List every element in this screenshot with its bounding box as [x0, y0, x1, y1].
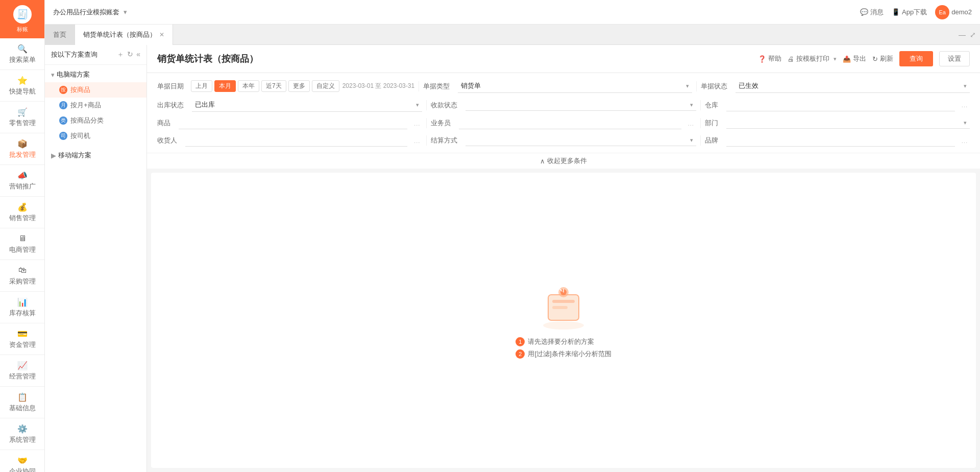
tip-text-2: 用[过滤]条件来缩小分析范围 — [528, 349, 611, 359]
scheme-item-by-goods[interactable]: 按 按商品 — [45, 82, 146, 98]
tab-home[interactable]: 首页 — [45, 25, 75, 45]
goods-input[interactable] — [179, 117, 407, 129]
purchase-nav-icon: 🛍 — [17, 265, 28, 275]
empty-tip-2: 2 用[过滤]条件来缩小分析范围 — [516, 349, 611, 359]
payment-status-dropdown-icon: ▾ — [690, 102, 693, 108]
salesman-input[interactable] — [459, 117, 681, 129]
date-range-display: 2023-03-01 至 2023-03-31 — [342, 82, 414, 90]
ecom-nav-icon: 🖥 — [17, 233, 28, 244]
goods-dots[interactable]: … — [411, 120, 422, 127]
sidebar-item-wholesale[interactable]: 📦 批发管理 — [0, 133, 44, 165]
tab-close-icon[interactable]: ✕ — [159, 31, 164, 38]
mobile-group-arrow: ▶ — [51, 152, 56, 159]
filter-field-salesman: 业务员 … — [431, 117, 696, 129]
scheme-item-by-driver[interactable]: 司 按司机 — [45, 128, 146, 144]
app-download-btn[interactable]: 📱 App下载 — [892, 8, 927, 17]
workspace-dropdown-icon[interactable]: ▾ — [124, 8, 127, 16]
sidebar-item-corp[interactable]: 🤝 企业协同 — [0, 450, 44, 472]
sidebar-item-system[interactable]: ⚙️ 系统管理 — [0, 418, 44, 450]
user-btn[interactable]: Ea demo2 — [935, 5, 972, 19]
date-btn-7days[interactable]: 近7天 — [261, 80, 286, 92]
export-btn[interactable]: 📤 导出 — [843, 54, 866, 63]
tab-sales-stat[interactable]: 销货单统计表（按商品） ✕ — [75, 25, 173, 45]
template-print-label: 按模板打印 — [796, 54, 829, 63]
doc-status-value: 已生效 — [739, 81, 758, 90]
sidebar-item-inventory-label: 库存核算 — [9, 309, 36, 318]
sidebar-item-ecom[interactable]: 🖥 电商管理 — [0, 228, 44, 260]
scheme-icon-category: 类 — [59, 116, 67, 125]
date-btn-custom[interactable]: 自定义 — [312, 80, 339, 92]
collapse-row[interactable]: ∧ 收起更多条件 — [147, 153, 980, 169]
sidebar-item-retail[interactable]: 🛒 零售管理 — [0, 102, 44, 133]
sidebar-item-operation[interactable]: 📈 经营管理 — [0, 355, 44, 387]
template-print-btn[interactable]: 🖨 按模板打印 ▾ — [788, 54, 837, 63]
department-select[interactable]: ▾ — [726, 117, 970, 129]
date-btn-this-month[interactable]: 本月 — [214, 80, 236, 92]
receiver-dots[interactable]: … — [411, 137, 422, 145]
scheme-item-by-month-goods[interactable]: 月 按月+商品 — [45, 98, 146, 113]
message-btn[interactable]: 💬 消息 — [860, 8, 884, 17]
message-icon: 💬 — [860, 8, 868, 16]
sidebar-item-marketing-label: 营销推广 — [9, 182, 36, 191]
doc-type-value: 销货单 — [461, 81, 481, 90]
scheme-collapse-btn[interactable]: « — [136, 50, 140, 59]
sidebar-item-basic[interactable]: 📋 基础信息 — [0, 387, 44, 418]
warehouse-input[interactable] — [726, 99, 955, 111]
doc-status-select[interactable]: 已生效 ▾ — [736, 79, 970, 93]
refresh-btn[interactable]: ↻ 刷新 — [872, 54, 893, 63]
ship-status-select[interactable]: 已出库 ▾ — [192, 98, 422, 112]
sidebar-item-search[interactable]: 🔍 搜索菜单 — [0, 38, 44, 70]
sidebar-item-quick[interactable]: ⭐ 快捷导航 — [0, 70, 44, 102]
app-download-icon: 📱 — [892, 8, 900, 16]
warehouse-label: 仓库 — [705, 101, 718, 110]
operation-nav-icon: 📈 — [17, 360, 28, 370]
date-btn-last-month[interactable]: 上月 — [191, 80, 212, 92]
empty-illustration — [533, 282, 594, 333]
date-label: 单据日期 — [157, 82, 184, 91]
brand-dots[interactable]: … — [959, 137, 970, 145]
doc-type-select[interactable]: 销货单 ▾ — [458, 79, 692, 93]
date-btn-this-year[interactable]: 本年 — [238, 80, 259, 92]
sidebar-item-purchase[interactable]: 🛍 采购管理 — [0, 260, 44, 292]
receiver-input[interactable] — [185, 134, 407, 147]
sidebar-item-inventory[interactable]: 📊 库存核算 — [0, 292, 44, 323]
logo-area[interactable]: 🧾 标账 — [0, 0, 44, 38]
window-buttons: — ⤢ — [959, 31, 980, 39]
page-title: 销货单统计表（按商品） — [157, 53, 258, 65]
svg-point-0 — [543, 321, 584, 329]
scheme-icon-goods: 按 — [59, 86, 67, 94]
brand-input[interactable] — [726, 134, 955, 147]
top-header: 办公用品行业模拟账套 ▾ 💬 消息 📱 App下载 Ea demo2 — [45, 0, 980, 25]
scheme-refresh-btn[interactable]: ↻ — [127, 50, 133, 59]
header-left: 办公用品行业模拟账套 ▾ — [53, 8, 127, 17]
scheme-group-mobile-title[interactable]: ▶ 移动端方案 — [45, 148, 146, 163]
query-button[interactable]: 查询 — [899, 51, 933, 66]
scheme-add-btn[interactable]: ＋ — [117, 50, 124, 59]
filter-row-3: 商品 … 业务员 … 部门 ▾ — [157, 117, 970, 129]
date-btn-more[interactable]: 更多 — [288, 80, 310, 92]
scheme-item-by-category[interactable]: 类 按商品分类 — [45, 113, 146, 128]
divider-6 — [700, 118, 701, 128]
collapse-label: 收起更多条件 — [547, 156, 587, 166]
sidebar-item-sales[interactable]: 💰 销售管理 — [0, 197, 44, 228]
settings-button[interactable]: 设置 — [939, 51, 970, 66]
window-maximize-icon[interactable]: ⤢ — [970, 31, 976, 39]
window-minimize-icon[interactable]: — — [959, 31, 966, 39]
warehouse-dots[interactable]: … — [959, 101, 970, 109]
sidebar-item-finance[interactable]: 💳 资金管理 — [0, 323, 44, 355]
sidebar-item-marketing[interactable]: 📣 营销推广 — [0, 165, 44, 197]
sidebar-item-finance-label: 资金管理 — [9, 340, 36, 349]
divider-7 — [426, 135, 427, 146]
filter-row-2: 出库状态 已出库 ▾ 收款状态 ▾ — [157, 98, 970, 112]
settlement-select[interactable]: ▾ — [465, 135, 696, 146]
page-title-row: 销货单统计表（按商品） ❓ 帮助 🖨 按模板打印 ▾ 📤 — [157, 51, 970, 66]
payment-status-select[interactable]: ▾ — [465, 100, 696, 111]
salesman-dots[interactable]: … — [685, 120, 696, 127]
help-btn[interactable]: ❓ 帮助 — [758, 54, 781, 63]
logo-text: 标账 — [17, 26, 28, 33]
divider-4 — [700, 100, 701, 110]
scheme-group-desktop-title[interactable]: ▾ 电脑端方案 — [45, 67, 146, 82]
salesman-label: 业务员 — [431, 119, 451, 128]
avatar: Ea — [935, 5, 949, 19]
sidebar-item-ecom-label: 电商管理 — [9, 245, 36, 254]
